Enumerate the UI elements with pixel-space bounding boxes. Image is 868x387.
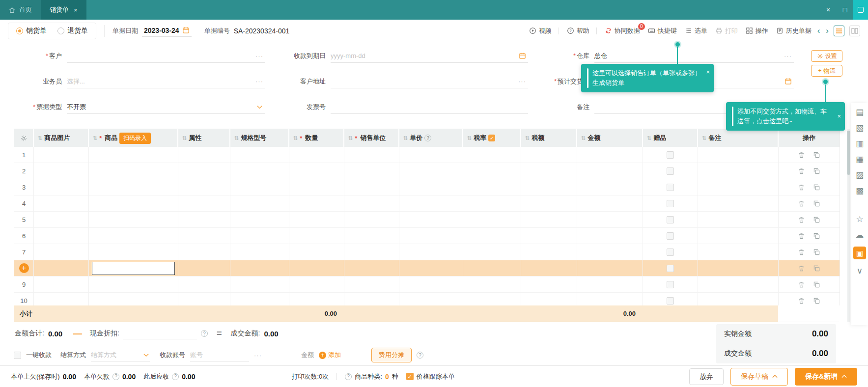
sort-icon[interactable]: ⇅ — [403, 135, 408, 141]
cell-attr[interactable] — [178, 276, 230, 293]
col-unit[interactable]: ⇅*销售单位 — [344, 134, 398, 142]
cell-qty[interactable] — [289, 163, 344, 179]
cell-tax[interactable] — [521, 179, 577, 195]
add-payment-link[interactable]: + 添加 — [319, 351, 341, 359]
cell-price[interactable] — [399, 228, 463, 244]
delete-row-icon[interactable] — [798, 232, 805, 240]
cell-qty[interactable] — [289, 212, 344, 228]
cell-amount[interactable] — [577, 260, 643, 276]
cell-remark[interactable] — [698, 260, 779, 276]
gift-checkbox[interactable] — [667, 265, 674, 272]
cell-price[interactable] — [399, 163, 463, 179]
cell-attr[interactable] — [178, 179, 230, 195]
operate-button[interactable]: 操作 — [746, 27, 768, 35]
delete-row-icon[interactable] — [798, 216, 805, 223]
address-picker-icon[interactable]: ··· — [518, 78, 526, 85]
copy-row-icon[interactable] — [813, 249, 820, 256]
cell-spec[interactable] — [230, 195, 289, 212]
sort-icon[interactable]: ⇅ — [525, 135, 530, 141]
col-price[interactable]: ⇅单价? — [399, 134, 462, 142]
theme-corner-button[interactable] — [853, 0, 868, 20]
col-gift[interactable]: ⇅赠品 — [643, 134, 697, 142]
table-row[interactable]: + — [14, 260, 840, 276]
cell-product[interactable] — [89, 244, 178, 260]
cell-spec[interactable] — [230, 163, 289, 179]
copy-row-icon[interactable] — [813, 265, 820, 272]
delete-row-icon[interactable] — [798, 200, 805, 207]
cell-price[interactable] — [399, 147, 463, 163]
cell-image[interactable] — [34, 179, 89, 195]
price-record-icon[interactable]: ▨ — [856, 171, 864, 179]
warehouse-picker-icon[interactable]: ··· — [784, 52, 792, 59]
cell-spec[interactable] — [230, 293, 289, 305]
scroll-right-icon[interactable]: › — [826, 27, 829, 35]
col-qty[interactable]: ⇅*数量 — [289, 134, 343, 142]
customer-input[interactable] — [67, 52, 252, 59]
close-tab-icon[interactable]: × — [74, 6, 78, 14]
cell-tax[interactable] — [521, 163, 577, 179]
cell-spec[interactable] — [230, 276, 289, 293]
gallery-icon[interactable]: ▣ — [853, 247, 866, 259]
cell-spec[interactable] — [230, 260, 289, 276]
cell-price[interactable] — [399, 293, 463, 305]
scan-entry-button[interactable]: 扫码录入 — [119, 133, 151, 144]
price-track-checkbox[interactable]: ✓ — [406, 373, 414, 380]
cell-amount[interactable] — [577, 179, 643, 195]
cell-spec[interactable] — [230, 179, 289, 195]
cell-remark[interactable] — [698, 147, 779, 163]
vertical-scrollbar[interactable] — [847, 129, 850, 322]
col-image[interactable]: ⇅商品图片 — [34, 134, 88, 142]
delete-row-icon[interactable] — [798, 167, 805, 175]
cell-attr[interactable] — [178, 195, 230, 212]
cell-tax-rate[interactable] — [463, 228, 521, 244]
cell-unit[interactable] — [344, 179, 399, 195]
salesman-input[interactable] — [67, 78, 252, 85]
cell-tax[interactable] — [521, 195, 577, 212]
sort-icon[interactable]: ⇅ — [293, 135, 298, 141]
view-list-toggle[interactable] — [834, 26, 844, 36]
video-button[interactable]: 视频 — [529, 27, 552, 35]
sort-icon[interactable]: ⇅ — [38, 135, 42, 141]
cell-tax-rate[interactable] — [463, 293, 521, 305]
sort-icon[interactable]: ⇅ — [234, 135, 239, 141]
cell-amount[interactable] — [577, 293, 643, 305]
fee-share-help-icon[interactable]: ? — [417, 352, 423, 359]
copy-row-icon[interactable] — [813, 216, 820, 223]
receivable-help-icon[interactable]: ? — [172, 373, 179, 380]
invoice-type-select[interactable]: 不开票 — [67, 101, 265, 114]
cell-tax-rate[interactable] — [463, 260, 521, 276]
cell-image[interactable] — [34, 293, 89, 305]
cell-tax-rate[interactable] — [463, 147, 521, 163]
cell-amount[interactable] — [577, 228, 643, 244]
delete-row-icon[interactable] — [798, 265, 805, 272]
print-button[interactable]: 打印 — [715, 27, 738, 35]
settle-method-select[interactable]: 结算方式 — [91, 349, 150, 361]
abandon-button[interactable]: 放弃 — [689, 368, 724, 385]
cell-amount[interactable] — [577, 147, 643, 163]
product-image-icon[interactable]: ▧ — [856, 124, 864, 132]
cell-unit[interactable] — [344, 147, 399, 163]
cell-remark[interactable] — [698, 163, 779, 179]
price-help-icon[interactable]: ? — [424, 135, 431, 141]
cell-amount[interactable] — [577, 276, 643, 293]
cell-qty[interactable] — [289, 244, 344, 260]
cell-product[interactable] — [89, 293, 178, 305]
cell-tax[interactable] — [521, 276, 577, 293]
cell-unit[interactable] — [344, 195, 399, 212]
col-tax-rate[interactable]: ⇅税率✓ — [463, 134, 520, 142]
cell-qty[interactable] — [289, 276, 344, 293]
cell-product[interactable] — [89, 260, 178, 276]
discount-help-icon[interactable]: ? — [201, 330, 208, 337]
copy-row-icon[interactable] — [813, 297, 820, 304]
cell-amount[interactable] — [577, 244, 643, 260]
cell-product[interactable] — [89, 179, 178, 195]
add-row-button[interactable]: + — [19, 263, 29, 273]
cell-attr[interactable] — [178, 293, 230, 305]
col-amount[interactable]: ⇅金额 — [577, 134, 642, 142]
cell-remark[interactable] — [698, 244, 779, 260]
cell-product[interactable] — [89, 276, 178, 293]
support-icon[interactable]: ☁ — [856, 231, 864, 239]
cell-spec[interactable] — [230, 228, 289, 244]
cell-spec[interactable] — [230, 244, 289, 260]
tab-home[interactable]: 首页 — [0, 0, 41, 20]
